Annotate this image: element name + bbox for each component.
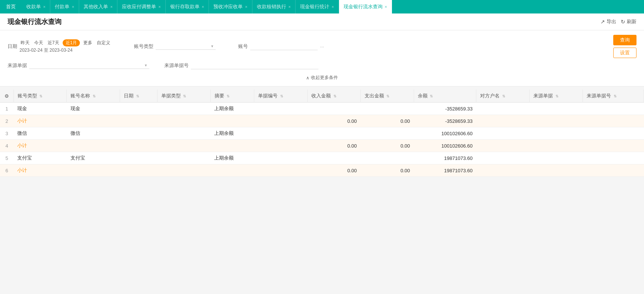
nav-home[interactable]: 首页 xyxy=(0,0,22,13)
table-row[interactable]: 1现金现金上期余额-3528659.33 xyxy=(0,103,644,115)
filter-row-1: 日期 昨天 今天 近7天 近1月 更多 自定义 2023-02-24 至 202… xyxy=(8,35,636,58)
col-income[interactable]: 收入金额 ⇅ xyxy=(307,90,360,103)
date-shortcuts: 昨天 今天 近7天 近1月 更多 自定义 xyxy=(20,39,111,46)
page-header: 现金银行流水查询 ↗ 导出 ↻ 刷新 xyxy=(0,13,644,30)
source-doc-num-filter: 来源单据号 xyxy=(164,62,318,69)
col-expense[interactable]: 支出金额 ⇅ xyxy=(360,90,414,103)
account-input[interactable] xyxy=(250,43,318,50)
col-doc-no[interactable]: 单据编号 ⇅ xyxy=(254,90,308,103)
col-date[interactable]: 日期 ⇅ xyxy=(120,90,158,103)
table-row[interactable]: 2小计0.000.00-3528659.33 xyxy=(0,115,644,127)
sort-icon: ⇅ xyxy=(93,94,96,98)
sort-icon: ⇅ xyxy=(555,94,558,98)
date-label: 日期 xyxy=(8,43,17,50)
sort-icon: ⇅ xyxy=(502,94,505,98)
col-counterpart[interactable]: 对方户名 ⇅ xyxy=(476,90,530,103)
col-source-doc-no[interactable]: 来源单据号 ⇅ xyxy=(583,90,644,103)
sort-icon: ⇅ xyxy=(430,94,433,98)
nav-tab-bank-deposit[interactable]: 银行存取款单 × xyxy=(166,0,209,13)
export-button[interactable]: ↗ 导出 xyxy=(600,18,616,25)
table-row[interactable]: 3微信微信上期余额100102606.60 xyxy=(0,127,644,140)
refresh-button[interactable]: ↻ 刷新 xyxy=(621,18,636,25)
sort-icon: ⇅ xyxy=(280,94,283,98)
col-balance[interactable]: 余额 ⇅ xyxy=(414,90,476,103)
close-icon[interactable]: × xyxy=(288,4,291,9)
nav-tab-prepay[interactable]: 预收冲应收单 × xyxy=(209,0,252,13)
close-icon[interactable]: × xyxy=(43,4,45,9)
table-row[interactable]: 6小计0.000.0019871073.60 xyxy=(0,164,644,177)
nav-tab-receipt[interactable]: 收款单 × xyxy=(22,0,50,13)
shortcut-1month[interactable]: 近1月 xyxy=(63,39,80,46)
settings-button[interactable]: 设置 xyxy=(613,48,636,58)
header-actions: ↗ 导出 ↻ 刷新 xyxy=(600,18,636,25)
account-type-filter: 账号类型 ▾ xyxy=(134,43,216,50)
shortcut-today[interactable]: 今天 xyxy=(33,39,44,46)
shortcut-yesterday[interactable]: 昨天 xyxy=(20,39,31,46)
nav-tab-verify[interactable]: 收款核销执行 × xyxy=(252,0,296,13)
shortcut-custom[interactable]: 自定义 xyxy=(96,39,111,46)
top-navigation: 首页 收款单 × 付款单 × 其他收入单 × 应收应付调整单 × 银行存取款单 … xyxy=(0,0,644,13)
sort-icon: ⇅ xyxy=(136,94,139,98)
date-filter: 日期 昨天 今天 近7天 近1月 更多 自定义 2023-02-24 至 202… xyxy=(8,39,111,54)
col-account-name[interactable]: 账号名称 ⇅ xyxy=(67,90,120,103)
source-doc-select[interactable]: ▾ xyxy=(29,62,149,69)
sort-icon: ⇅ xyxy=(386,94,389,98)
table-body: 1现金现金上期余额-3528659.332小计0.000.00-3528659.… xyxy=(0,103,644,177)
chevron-down-icon: ▾ xyxy=(145,63,147,68)
source-doc-filter: 来源单据 ▾ xyxy=(8,62,149,69)
collapse-bar[interactable]: ∧ 收起更多条件 xyxy=(8,73,636,83)
source-doc-num-input[interactable] xyxy=(191,62,318,69)
refresh-icon: ↻ xyxy=(621,19,625,25)
source-doc-num-label: 来源单据号 xyxy=(164,62,189,69)
account-filter: 账号 ··· xyxy=(238,43,324,50)
account-input-group: ··· xyxy=(250,43,324,50)
collapse-label: 收起更多条件 xyxy=(311,75,338,81)
table-container: ⚙ 账号类型 ⇅ 账号名称 ⇅ 日期 ⇅ 单据类型 ⇅ xyxy=(0,90,644,177)
nav-tab-other-income[interactable]: 其他收入单 × xyxy=(79,0,117,13)
close-icon[interactable]: × xyxy=(72,4,74,9)
sort-icon: ⇅ xyxy=(333,94,336,98)
col-doc-type[interactable]: 单据类型 ⇅ xyxy=(157,90,210,103)
close-icon[interactable]: × xyxy=(332,4,334,9)
data-table: ⚙ 账号类型 ⇅ 账号名称 ⇅ 日期 ⇅ 单据类型 ⇅ xyxy=(0,90,644,177)
nav-tab-stats[interactable]: 现金银行统计 × xyxy=(296,0,339,13)
settings-col-header[interactable]: ⚙ xyxy=(0,90,14,103)
source-doc-label: 来源单据 xyxy=(8,62,27,69)
sort-icon: ⇅ xyxy=(227,94,230,98)
shortcut-7days[interactable]: 近7天 xyxy=(47,39,60,46)
chevron-up-icon: ∧ xyxy=(306,75,309,81)
sort-icon: ⇅ xyxy=(614,94,617,98)
more-options-icon[interactable]: ··· xyxy=(320,44,324,49)
shortcut-more[interactable]: 更多 xyxy=(82,39,93,46)
filter-area: 日期 昨天 今天 近7天 近1月 更多 自定义 2023-02-24 至 202… xyxy=(0,30,644,87)
close-icon[interactable]: × xyxy=(202,4,204,9)
date-range-text: 2023-02-24 至 2023-03-24 xyxy=(20,47,111,54)
nav-tab-adjustment[interactable]: 应收应付调整单 × xyxy=(117,0,165,13)
table-row[interactable]: 4小计0.000.00100102606.60 xyxy=(0,140,644,152)
sort-icon: ⇅ xyxy=(183,94,186,98)
table-row[interactable]: 5支付宝支付宝上期余额19871073.60 xyxy=(0,152,644,164)
export-icon: ↗ xyxy=(600,19,605,25)
close-icon[interactable]: × xyxy=(158,4,161,9)
close-icon[interactable]: × xyxy=(385,4,387,9)
filter-row-2: 来源单据 ▾ 来源单据号 xyxy=(8,62,636,69)
header-row: ⚙ 账号类型 ⇅ 账号名称 ⇅ 日期 ⇅ 单据类型 ⇅ xyxy=(0,90,644,103)
col-source-doc[interactable]: 来源单据 ⇅ xyxy=(530,90,583,103)
account-type-select[interactable]: ▾ xyxy=(156,43,216,50)
page-title: 现金银行流水查询 xyxy=(8,17,62,26)
col-account-type[interactable]: 账号类型 ⇅ xyxy=(14,90,67,103)
table-header: ⚙ 账号类型 ⇅ 账号名称 ⇅ 日期 ⇅ 单据类型 ⇅ xyxy=(0,90,644,103)
query-button[interactable]: 查询 xyxy=(613,35,636,45)
chevron-down-icon: ▾ xyxy=(211,44,213,49)
nav-tab-payment[interactable]: 付款单 × xyxy=(50,0,79,13)
sort-icon: ⇅ xyxy=(39,94,42,98)
nav-tab-flow-query[interactable]: 现金银行流水查询 × xyxy=(339,0,392,13)
account-label: 账号 xyxy=(238,43,248,50)
action-buttons: 查询 设置 xyxy=(613,35,636,58)
account-type-label: 账号类型 xyxy=(134,43,153,50)
close-icon[interactable]: × xyxy=(110,4,113,9)
col-summary[interactable]: 摘要 ⇅ xyxy=(210,90,254,103)
close-icon[interactable]: × xyxy=(245,4,247,9)
gear-icon: ⚙ xyxy=(5,93,9,99)
